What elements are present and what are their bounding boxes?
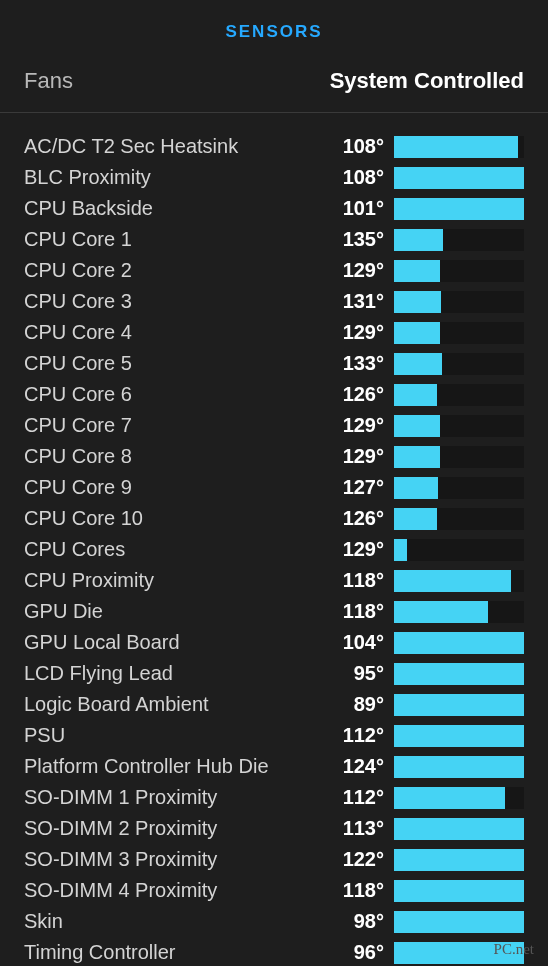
sensor-name: LCD Flying Lead [24,662,324,685]
sensor-value: 89° [324,693,394,716]
sensor-name: Timing Controller [24,941,324,964]
sensor-row[interactable]: SO-DIMM 4 Proximity118° [24,875,524,906]
sensor-value: 133° [324,352,394,375]
sensor-name: CPU Core 8 [24,445,324,468]
sensor-bar-fill [394,260,440,282]
sensor-bar-fill [394,229,443,251]
sensor-row[interactable]: CPU Backside101° [24,193,524,224]
sensor-row[interactable]: AC/DC T2 Sec Heatsink108° [24,131,524,162]
fan-mode-label[interactable]: System Controlled [330,68,524,94]
sensor-value: 129° [324,414,394,437]
sensor-row[interactable]: BLC Proximity108° [24,162,524,193]
sensor-bar-fill [394,725,524,747]
sensor-bar [394,880,524,902]
sensor-row[interactable]: GPU Local Board104° [24,627,524,658]
sensor-row[interactable]: CPU Core 5133° [24,348,524,379]
sensor-bar-fill [394,291,441,313]
sensor-name: GPU Die [24,600,324,623]
sensor-value: 129° [324,321,394,344]
sensor-row[interactable]: CPU Core 3131° [24,286,524,317]
sensor-row[interactable]: CPU Core 6126° [24,379,524,410]
sensor-row[interactable]: Logic Board Ambient89° [24,689,524,720]
sensor-row[interactable]: CPU Core 10126° [24,503,524,534]
sensor-bar-fill [394,198,524,220]
sensor-bar [394,477,524,499]
sensor-row[interactable]: CPU Proximity118° [24,565,524,596]
sensor-bar-fill [394,632,524,654]
sensor-name: CPU Core 7 [24,414,324,437]
sensor-bar [394,384,524,406]
sensor-row[interactable]: Skin98° [24,906,524,937]
sensor-bar-fill [394,787,505,809]
sensor-row[interactable]: CPU Core 7129° [24,410,524,441]
sensor-value: 126° [324,507,394,530]
sensor-bar-fill [394,756,524,778]
sensor-name: CPU Core 6 [24,383,324,406]
sensor-value: 118° [324,879,394,902]
sensor-bar [394,353,524,375]
sensor-name: CPU Core 10 [24,507,324,530]
sensor-bar-fill [394,167,524,189]
sensor-name: Logic Board Ambient [24,693,324,716]
sensor-bar-fill [394,694,524,716]
fans-label[interactable]: Fans [24,68,73,94]
sensor-row[interactable]: CPU Core 4129° [24,317,524,348]
sensor-bar [394,136,524,158]
sensor-value: 131° [324,290,394,313]
sensor-list: AC/DC T2 Sec Heatsink108°BLC Proximity10… [0,113,548,966]
sensor-row[interactable]: PSU112° [24,720,524,751]
sensor-row[interactable]: CPU Cores129° [24,534,524,565]
sensor-name: SO-DIMM 2 Proximity [24,817,324,840]
sensor-bar-fill [394,508,437,530]
sensor-value: 104° [324,631,394,654]
sensor-name: AC/DC T2 Sec Heatsink [24,135,324,158]
sensor-bar-fill [394,663,524,685]
sensor-bar [394,446,524,468]
sensor-value: 129° [324,445,394,468]
sensor-row[interactable]: CPU Core 8129° [24,441,524,472]
sensor-bar [394,756,524,778]
sensor-value: 108° [324,166,394,189]
sensor-bar [394,849,524,871]
sensor-value: 129° [324,259,394,282]
sensor-name: CPU Core 3 [24,290,324,313]
sensor-bar [394,725,524,747]
sensor-bar-fill [394,384,437,406]
sensor-value: 98° [324,910,394,933]
sensor-row[interactable]: LCD Flying Lead95° [24,658,524,689]
sensor-name: PSU [24,724,324,747]
sensor-row[interactable]: Timing Controller96° [24,937,524,966]
sensor-name: GPU Local Board [24,631,324,654]
sensor-bar-fill [394,911,524,933]
sensor-name: CPU Core 1 [24,228,324,251]
sensor-row[interactable]: GPU Die118° [24,596,524,627]
sensor-bar [394,787,524,809]
sensor-bar-fill [394,415,440,437]
sensor-row[interactable]: CPU Core 9127° [24,472,524,503]
sensor-name: SO-DIMM 3 Proximity [24,848,324,871]
sensor-value: 129° [324,538,394,561]
sensor-bar [394,229,524,251]
sensor-bar [394,508,524,530]
sensor-row[interactable]: SO-DIMM 3 Proximity122° [24,844,524,875]
sensor-bar [394,198,524,220]
sensor-value: 135° [324,228,394,251]
sensor-bar-fill [394,570,511,592]
sensor-name: CPU Core 4 [24,321,324,344]
sensor-bar-fill [394,849,524,871]
sensor-bar [394,260,524,282]
sensor-value: 124° [324,755,394,778]
sensor-bar-fill [394,818,524,840]
sensor-name: SO-DIMM 1 Proximity [24,786,324,809]
sensor-value: 113° [324,817,394,840]
sensor-bar-fill [394,477,438,499]
sensor-bar [394,663,524,685]
sensor-row[interactable]: CPU Core 1135° [24,224,524,255]
sensor-row[interactable]: SO-DIMM 1 Proximity112° [24,782,524,813]
sensor-row[interactable]: CPU Core 2129° [24,255,524,286]
sensor-row[interactable]: Platform Controller Hub Die124° [24,751,524,782]
sensor-value: 95° [324,662,394,685]
sensor-row[interactable]: SO-DIMM 2 Proximity113° [24,813,524,844]
sensor-bar [394,818,524,840]
sensor-bar [394,322,524,344]
